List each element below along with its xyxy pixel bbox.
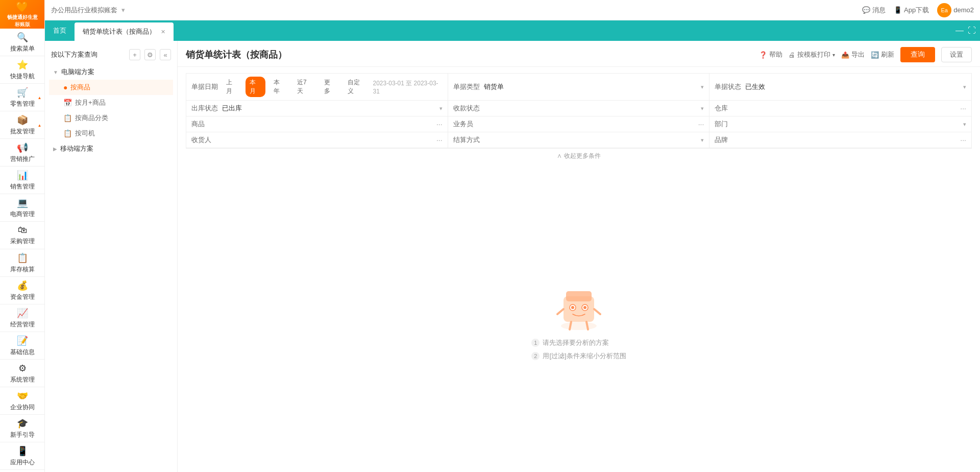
help-button[interactable]: ❓ 帮助	[759, 50, 782, 59]
sidebar: 🧡 畅捷通好生意 标账版 🔍 搜索菜单 ⭐ 快捷导航 🛒 零售管理 📦 批发管理…	[0, 0, 45, 472]
refresh-icon: 🔄	[871, 51, 879, 59]
tree-parent-mobile[interactable]: ▶ 移动端方案	[49, 141, 173, 156]
sidebar-item-wechat[interactable]: 💬 企业微信	[0, 470, 45, 472]
sidebar-label-inventory: 库存核算	[10, 265, 35, 274]
sidebar-item-finance[interactable]: 💰 资金管理	[0, 277, 45, 304]
sidebar-item-enterprise[interactable]: 🤝 企业协同	[0, 387, 45, 415]
date-chip-lastmonth[interactable]: 上月	[222, 77, 241, 97]
sidebar-item-wholesale[interactable]: 📦 批发管理	[0, 111, 45, 139]
sidebar-item-inventory[interactable]: 📋 库存核算	[0, 249, 45, 277]
tree-child-by-month-product[interactable]: 📅 按月+商品	[49, 95, 173, 110]
settlement-dropdown-icon[interactable]: ▾	[701, 137, 704, 144]
help-icon: ❓	[759, 51, 767, 59]
tab-sales-stats[interactable]: 销货单统计表（按商品） ✕	[75, 22, 174, 41]
date-chip-more[interactable]: 更多	[320, 77, 339, 97]
svg-point-5	[571, 306, 574, 309]
sidebar-item-system[interactable]: ⚙ 系统管理	[0, 360, 45, 387]
date-range-text: 2023-03-01 至 2023-03-31	[373, 79, 443, 95]
outstatus-dropdown-icon[interactable]: ▾	[439, 105, 443, 112]
department-label: 部门	[715, 120, 728, 129]
sidebar-item-sales[interactable]: 📊 销售管理	[0, 167, 45, 194]
print-icon: 🖨	[789, 51, 795, 59]
avatar: Ea	[937, 3, 951, 17]
docstatus-dropdown-icon[interactable]: ▾	[963, 84, 966, 90]
settings-button[interactable]: 设置	[941, 47, 972, 62]
product-dots-btn[interactable]: ···	[436, 120, 443, 128]
template-print-button[interactable]: 🖨 按模板打印 ▾	[789, 50, 835, 59]
warehouse-dots-btn[interactable]: ···	[960, 104, 966, 112]
date-chip-thismonth[interactable]: 本月	[246, 77, 265, 97]
date-chip-thisyear[interactable]: 本年	[270, 77, 289, 97]
scheme-tree: ▼ 电脑端方案 ● 按商品 📅 按月+商品 📋 按商品分类 📋 按司机	[45, 64, 177, 156]
doctype-dropdown-icon[interactable]: ▾	[701, 84, 704, 90]
sidebar-label-enterprise: 企业协同	[10, 403, 35, 412]
sidebar-item-quicknav[interactable]: ⭐ 快捷导航	[0, 56, 45, 84]
tree-expand-icon: ▼	[53, 69, 58, 75]
tree-expand-mobile-icon: ▶	[53, 146, 57, 152]
page-title: 销货单统计表（按商品）	[186, 49, 287, 61]
dropdown-arrow-header[interactable]: ▾	[121, 6, 125, 14]
collapse-panel-button[interactable]: «	[160, 49, 171, 60]
user-name: demo2	[953, 6, 974, 14]
tree-child-label-month: 按月+商品	[75, 98, 106, 107]
tree-child-by-product[interactable]: ● 按商品	[49, 80, 173, 95]
empty-tip-1: 1 请先选择要分析的方案	[531, 338, 626, 347]
sidebar-item-operation[interactable]: 📈 经营管理	[0, 304, 45, 332]
sidebar-item-retail[interactable]: 🛒 零售管理	[0, 84, 45, 111]
tree-parent-mobile-label: 移动端方案	[60, 144, 93, 153]
tab-close-icon[interactable]: ✕	[161, 29, 165, 35]
sidebar-item-purchase[interactable]: 🛍 采购管理	[0, 222, 45, 249]
tab-bar: 首页 销货单统计表（按商品） ✕ — ⛶	[45, 20, 980, 41]
sidebar-item-basic[interactable]: 📝 基础信息	[0, 332, 45, 360]
app-download-button[interactable]: 📱 App下载	[894, 6, 929, 15]
page-header: 销货单统计表（按商品） ❓ 帮助 🖨 按模板打印 ▾ 📤 导出	[178, 41, 980, 67]
tab-home[interactable]: 首页	[45, 20, 75, 41]
refresh-button[interactable]: 🔄 刷新	[871, 50, 894, 59]
sidebar-item-newbie[interactable]: 🎓 新手引导	[0, 415, 45, 442]
salesperson-label: 业务员	[453, 120, 473, 129]
sidebar-label-quicknav: 快捷导航	[10, 72, 35, 81]
top-header: 办公用品行业模拟账套 ▾ 💬 消息 📱 App下载 Ea demo2	[45, 0, 980, 20]
date-chip-custom[interactable]: 自定义	[344, 77, 369, 97]
sidebar-item-ecommerce[interactable]: 💻 电商管理	[0, 194, 45, 222]
tree-child-by-cashier[interactable]: 📋 按司机	[49, 126, 173, 141]
department-dropdown-icon[interactable]: ▾	[963, 121, 966, 128]
paymentstatus-dropdown-icon[interactable]: ▾	[701, 105, 704, 112]
purchase-icon: 🛍	[18, 225, 27, 235]
tab-minimize-icon[interactable]: —	[955, 26, 964, 35]
marketing-icon: 📢	[17, 142, 28, 153]
finance-icon: 💰	[17, 280, 28, 291]
empty-illustration	[548, 281, 609, 332]
date-chip-7days[interactable]: 近7天	[293, 77, 316, 97]
settings-scheme-button[interactable]: ⚙	[144, 49, 156, 60]
empty-state: 1 请先选择要分析的方案 2 用[过滤]条件来缩小分析范围	[178, 170, 980, 472]
tree-child-label-product: 按商品	[70, 83, 90, 92]
collapse-filter-button[interactable]: ∧ 收起更多条件	[186, 148, 972, 163]
app-download-label: App下载	[904, 6, 929, 15]
tab-maximize-icon[interactable]: ⛶	[968, 26, 976, 35]
ecommerce-icon: 💻	[17, 197, 28, 208]
tree-parent-pc[interactable]: ▼ 电脑端方案	[49, 64, 173, 80]
message-button[interactable]: 💬 消息	[862, 6, 886, 15]
user-profile[interactable]: Ea demo2	[937, 3, 974, 17]
brand-dots-btn[interactable]: ···	[960, 136, 966, 144]
sidebar-label-sales: 销售管理	[10, 182, 35, 191]
sidebar-label-system: 系统管理	[10, 375, 35, 384]
sidebar-item-apps[interactable]: 📱 应用中心	[0, 442, 45, 470]
enterprise-icon: 🤝	[17, 390, 28, 402]
filter-area: 单据日期 上月 本月 本年 近7天 更多 自定义 2023-03-01 至 20…	[178, 67, 980, 170]
filter-cell-department: 部门 ▾	[709, 116, 971, 132]
main-area: 办公用品行业模拟账套 ▾ 💬 消息 📱 App下载 Ea demo2 首页	[45, 0, 980, 472]
add-scheme-button[interactable]: +	[129, 49, 140, 60]
query-button[interactable]: 查询	[900, 47, 935, 62]
sidebar-item-marketing[interactable]: 📢 营销推广	[0, 139, 45, 167]
scheme-cashier-icon: 📋	[63, 129, 72, 137]
svg-point-0	[561, 322, 597, 330]
export-button[interactable]: 📤 导出	[841, 50, 865, 59]
sidebar-label-apps: 应用中心	[10, 458, 35, 467]
receiver-dots-btn[interactable]: ···	[436, 136, 443, 144]
salesperson-dots-btn[interactable]: ···	[698, 120, 704, 128]
filter-cell-docstatus: 单据状态 已生效 ▾	[709, 74, 971, 100]
sidebar-item-search[interactable]: 🔍 搜索菜单	[0, 29, 45, 56]
tree-child-by-category[interactable]: 📋 按商品分类	[49, 110, 173, 126]
